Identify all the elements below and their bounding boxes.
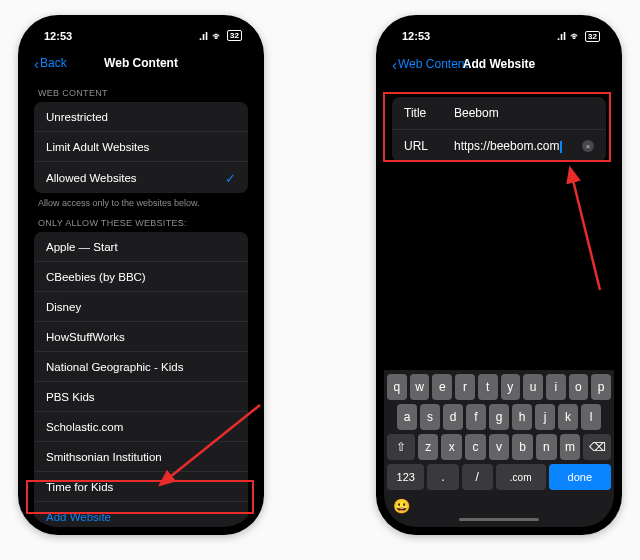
site-name: Scholastic.com [46,421,123,433]
key-l[interactable]: l [581,404,601,430]
key-t[interactable]: t [478,374,498,400]
keyboard: qwertyuiop asdfghjkl ⇧ zxcvbnm ⌫ 123 . /… [384,370,614,527]
dot-key[interactable]: . [427,464,458,490]
key-r[interactable]: r [455,374,475,400]
key-o[interactable]: o [569,374,589,400]
key-k[interactable]: k [558,404,578,430]
allowed-site-row[interactable]: National Geographic - Kids [34,352,248,382]
key-f[interactable]: f [466,404,486,430]
key-v[interactable]: v [489,434,510,460]
key-y[interactable]: y [501,374,521,400]
option-limit-adult[interactable]: Limit Adult Websites [34,132,248,162]
allowed-websites-list: Apple — StartCBeebies (by BBC)DisneyHowS… [34,232,248,527]
site-name: PBS Kids [46,391,95,403]
status-time: 12:53 [402,30,430,42]
key-s[interactable]: s [420,404,440,430]
allowed-site-row[interactable]: HowStuffWorks [34,322,248,352]
back-chevron-icon[interactable]: ‹ [34,56,39,71]
title-label: Title [404,106,444,120]
clear-icon[interactable]: × [582,140,594,152]
url-field[interactable]: https://beebom.com [454,139,572,153]
option-label: Allowed Websites [46,172,137,184]
done-key[interactable]: done [549,464,611,490]
option-unrestricted[interactable]: Unrestricted [34,102,248,132]
screen-left: 12:53 .ıl ᯤ 32 ‹ Back Web Content WEB CO… [26,23,256,527]
site-name: Apple — Start [46,241,118,253]
key-q[interactable]: q [387,374,407,400]
url-row[interactable]: URL https://beebom.com × [392,130,606,162]
nav-bar: ‹ Back Web Content [26,49,256,79]
status-time: 12:53 [44,30,72,42]
phone-left: 12:53 .ıl ᯤ 32 ‹ Back Web Content WEB CO… [18,15,264,535]
notch [449,23,549,41]
allowed-site-row[interactable]: Time for Kids [34,472,248,502]
site-name: Time for Kids [46,481,113,493]
screen-right: 12:53 .ıl ᯤ 32 ‹ Web Content Add Website… [384,23,614,527]
key-u[interactable]: u [523,374,543,400]
allowed-site-row[interactable]: CBeebies (by BBC) [34,262,248,292]
wifi-icon: ᯤ [212,30,223,42]
add-website-button[interactable]: Add Website [34,502,248,527]
nav-bar: ‹ Web Content Add Website [384,49,614,79]
home-indicator [459,518,539,521]
delete-key[interactable]: ⌫ [583,434,611,460]
notch [91,23,191,41]
option-label: Unrestricted [46,111,108,123]
numbers-key[interactable]: 123 [387,464,424,490]
allowed-site-row[interactable]: Scholastic.com [34,412,248,442]
key-h[interactable]: h [512,404,532,430]
slash-key[interactable]: / [462,464,493,490]
web-content-options: Unrestricted Limit Adult Websites Allowe… [34,102,248,193]
allowed-site-row[interactable]: Smithsonian Institution [34,442,248,472]
key-d[interactable]: d [443,404,463,430]
key-b[interactable]: b [512,434,533,460]
site-name: HowStuffWorks [46,331,125,343]
site-name: Smithsonian Institution [46,451,162,463]
option-label: Limit Adult Websites [46,141,149,153]
phone-right: 12:53 .ıl ᯤ 32 ‹ Web Content Add Website… [376,15,622,535]
shift-key[interactable]: ⇧ [387,434,415,460]
wifi-icon: ᯤ [570,30,581,42]
signal-icon: .ıl [199,30,208,42]
back-button[interactable]: Back [40,56,67,70]
text-cursor [560,141,562,153]
site-name: CBeebies (by BBC) [46,271,146,283]
emoji-key[interactable]: 😀 [393,498,410,514]
back-chevron-icon[interactable]: ‹ [392,57,397,72]
key-e[interactable]: e [432,374,452,400]
section-header-allowed: ONLY ALLOW THESE WEBSITES: [26,208,256,232]
key-w[interactable]: w [410,374,430,400]
site-name: Disney [46,301,81,313]
site-name: National Geographic - Kids [46,361,183,373]
dotcom-key[interactable]: .com [496,464,546,490]
title-row[interactable]: Title Beebom [392,97,606,130]
key-g[interactable]: g [489,404,509,430]
url-label: URL [404,139,444,153]
battery-icon: 32 [227,30,242,41]
key-m[interactable]: m [560,434,581,460]
key-j[interactable]: j [535,404,555,430]
back-button[interactable]: Web Content [398,57,468,71]
signal-icon: .ıl [557,30,566,42]
checkmark-icon: ✓ [225,171,236,186]
option-allowed-websites[interactable]: Allowed Websites ✓ [34,162,248,193]
title-field[interactable]: Beebom [454,106,594,120]
key-i[interactable]: i [546,374,566,400]
key-n[interactable]: n [536,434,557,460]
key-a[interactable]: a [397,404,417,430]
section-header-web-content: WEB CONTENT [26,78,256,102]
key-p[interactable]: p [591,374,611,400]
allowed-site-row[interactable]: Apple — Start [34,232,248,262]
allowed-site-row[interactable]: Disney [34,292,248,322]
footnote: Allow access only to the websites below. [26,193,256,208]
add-website-form: Title Beebom URL https://beebom.com × [392,97,606,162]
allowed-site-row[interactable]: PBS Kids [34,382,248,412]
key-z[interactable]: z [418,434,439,460]
key-c[interactable]: c [465,434,486,460]
battery-icon: 32 [585,31,600,42]
key-x[interactable]: x [441,434,462,460]
